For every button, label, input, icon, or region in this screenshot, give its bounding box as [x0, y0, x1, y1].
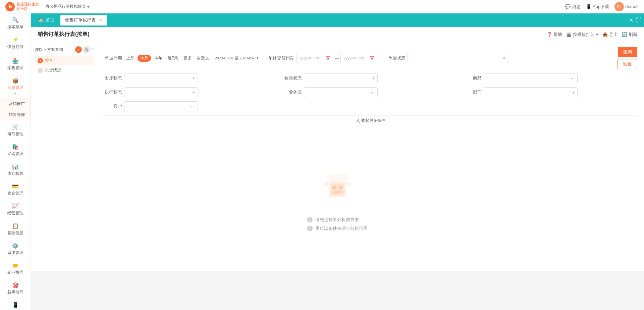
sidebar-item-quicknav[interactable]: ⚡ 快捷导航	[0, 33, 31, 53]
date-btn-more[interactable]: 更多	[181, 55, 194, 62]
expected-date-end-input[interactable]: yyyy-mm-dd 📅	[340, 53, 377, 63]
sidebar-item-operation[interactable]: 📈 经营管理	[0, 200, 31, 219]
salesman-input[interactable]: ···	[304, 87, 378, 97]
scheme-item-by-order[interactable]: ● 按单	[35, 56, 94, 65]
customer-input[interactable]: ···	[124, 101, 198, 111]
user-menu[interactable]: Ea demo2	[614, 2, 639, 11]
dept-select[interactable]: ▾	[484, 87, 578, 97]
help-button[interactable]: ❓ 帮助	[547, 32, 562, 38]
sidebar-label-newbie: 新手引导	[7, 290, 23, 295]
collapse-arrow-icon: ⋀	[357, 118, 360, 123]
sidebar-item-appcenter[interactable]: 📱 应用中心	[0, 299, 31, 310]
customer-label: 客户	[103, 103, 122, 109]
sidebar-item-ecommerce[interactable]: 🛒 电商管理	[0, 120, 31, 140]
expected-date-label: 预计交货日期	[268, 55, 294, 61]
logo: 畅 畅捷通好生意 标准版	[5, 2, 39, 11]
empty-tip-2: 2 用过滤条件来缩小分析范围	[307, 225, 368, 231]
page-title: 销售订单执行表(按单)	[38, 31, 90, 42]
scheme-title: 按以下方案查询	[35, 47, 63, 53]
filter-salesman-item: 业务员 ···	[283, 87, 459, 97]
status-select[interactable]: ▾	[408, 53, 508, 63]
sidebar-label-ecommerce: 电商管理	[7, 131, 23, 137]
sidebar-item-system[interactable]: ⚙️ 系统管理	[0, 239, 31, 259]
exec-status-select[interactable]: ▾	[124, 87, 198, 97]
refresh-button[interactable]: 🔄 刷新	[622, 32, 637, 38]
collect-status-chevron-icon: ▾	[373, 76, 375, 81]
sidebar-label-enterprise: 企业协同	[7, 270, 23, 275]
filter-row-3: 执行状态 ▾ 业务员 ···	[103, 87, 639, 97]
sidebar-item-finance[interactable]: 💳 资金管理	[0, 180, 31, 200]
filter-row-4: 客户 ···	[103, 101, 639, 111]
svg-rect-7	[327, 173, 347, 184]
sidebar-label-purchase: 采购管理	[7, 151, 23, 157]
expected-date-range: yyyy-mm-dd 📅 — yyyy-mm-dd 📅	[297, 53, 377, 63]
tab-home[interactable]: 🏠 首页	[34, 15, 59, 25]
expected-date-start-input[interactable]: yyyy-mm-dd 📅	[297, 53, 333, 63]
sidebar-item-wholesale[interactable]: 📦 批发管理 ▲	[0, 74, 31, 98]
empty-svg	[321, 170, 354, 204]
ship-status-select[interactable]: ▾	[124, 73, 198, 83]
sidebar-item-basic[interactable]: 📋 基础信息	[0, 219, 31, 239]
app-download-button[interactable]: 📱 App下载	[586, 4, 609, 10]
filter-exec-status-item: 执行状态 ▾	[103, 87, 279, 97]
exec-status-chevron-icon: ▾	[193, 90, 195, 95]
sidebar-item-search[interactable]: 🔍 搜索菜单	[0, 13, 31, 33]
inventory-icon: 📊	[12, 163, 19, 170]
tab-close-window-icon[interactable]: ✕	[629, 17, 633, 23]
tip-num-2: 2	[307, 226, 313, 231]
date-btn-current-year[interactable]: 本年	[152, 55, 164, 62]
tab-close-icon[interactable]: ✕	[99, 18, 102, 22]
empty-illustration	[321, 170, 354, 210]
setting-button[interactable]: 设置	[617, 59, 637, 69]
basic-icon: 📋	[12, 223, 19, 229]
svg-point-3	[339, 186, 342, 189]
calendar-icon: 📅	[325, 56, 330, 60]
goods-input[interactable]: ···	[484, 73, 578, 83]
tab-sales-exec[interactable]: 销售订单执行表 ✕	[60, 15, 107, 25]
message-button[interactable]: 💬 消息	[565, 4, 581, 10]
breadcrumb-chevron-icon[interactable]: ▾	[87, 4, 89, 9]
sidebar-item-inventory[interactable]: 📊 库存核算	[0, 160, 31, 180]
sidebar-item-sales[interactable]: 销售管理	[0, 109, 31, 120]
sidebar-item-purchase[interactable]: 🛍️ 采购管理	[0, 140, 31, 160]
filter-ship-status-item: 出库状态 ▾	[103, 73, 279, 83]
refresh-icon: 🔄	[622, 32, 627, 37]
tab-maximize-icon[interactable]: ⛶	[636, 17, 641, 23]
sidebar-item-marketing[interactable]: 营销推广	[0, 98, 31, 109]
ecommerce-icon: 🛒	[12, 124, 19, 130]
goods-label: 商品	[463, 75, 482, 81]
sidebar-label-inventory: 库存核算	[7, 171, 23, 176]
sidebar-item-newbie[interactable]: 🎯 新手引导	[0, 279, 31, 299]
operation-icon: 📈	[12, 203, 19, 209]
print-button[interactable]: 🖨️ 按模板打印 ▾	[566, 32, 598, 38]
avatar: Ea	[614, 2, 624, 11]
add-scheme-button[interactable]: +	[75, 46, 82, 53]
export-button[interactable]: 📤 导出	[602, 32, 618, 38]
newbie-icon: 🎯	[12, 282, 19, 289]
print-icon: 🖨️	[566, 32, 572, 37]
scheme-item-by-owe[interactable]: ○ 欠货情况	[35, 65, 94, 75]
filter-expected-date-item: 预计交货日期 yyyy-mm-dd 📅 — yyyy-mm-dd 📅	[268, 53, 377, 63]
sidebar-item-enterprise[interactable]: 🤝 企业协同	[0, 259, 31, 279]
filter-dept-item: 部门 ▾	[463, 87, 639, 97]
sidebar-label-retail: 零售管理	[7, 65, 23, 71]
date-btn-last-month[interactable]: 上月	[124, 55, 136, 62]
sidebar-label-wholesale: 批发管理	[7, 85, 23, 91]
collapse-more-button[interactable]: ⋀ 收起更多条件	[103, 115, 639, 125]
date-btn-last-7days[interactable]: 近7天	[166, 55, 180, 62]
sidebar-label-marketing: 营销推广	[9, 101, 25, 107]
goods-more-icon[interactable]: ···	[571, 75, 575, 81]
query-button[interactable]: 查询	[618, 47, 637, 57]
date-btn-current-month[interactable]: 本月	[138, 55, 151, 62]
customer-more-icon[interactable]: ···	[191, 104, 195, 109]
sidebar-label-quicknav: 快捷导航	[7, 44, 23, 50]
filter-panel: 按以下方案查询 + ✎ « ● 按单 ○ 欠货情况	[31, 42, 644, 130]
collapse-scheme-button[interactable]: «	[91, 46, 94, 53]
date-quick-buttons: 上月 本月 本年 近7天 更多 自定义	[124, 55, 211, 62]
date-btn-custom[interactable]: 自定义	[195, 55, 211, 62]
salesman-more-icon[interactable]: ···	[371, 90, 375, 95]
date-label: 单据日期	[103, 55, 122, 61]
sidebar-item-retail[interactable]: 🏪 零售管理	[0, 54, 31, 74]
collect-status-select[interactable]: ▾	[304, 73, 378, 83]
edit-scheme-button[interactable]: ✎	[83, 46, 90, 53]
